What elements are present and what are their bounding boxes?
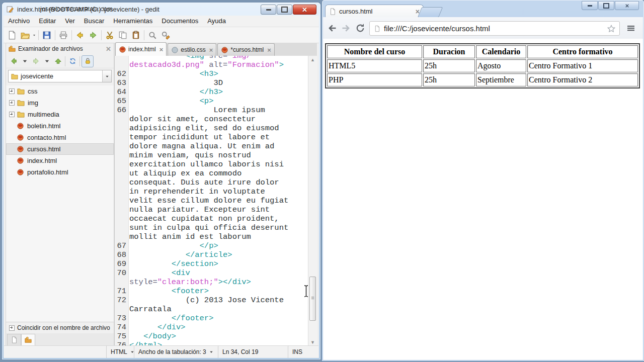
save-button[interactable] [40,29,53,42]
copy-icon [118,31,127,40]
undo-button[interactable] [73,29,87,42]
file-browser-panel-tab[interactable] [21,334,35,345]
forward-arrow-button[interactable] [30,56,41,67]
redo-button[interactable] [87,29,100,42]
browser-close-button[interactable] [615,1,639,10]
file-tree-item-multimedia[interactable]: multimedia [6,109,114,120]
code-lines: <img src="img/destacado3d.png" alt="Form… [129,56,308,346]
language-selector[interactable]: HTML [106,346,134,358]
new-document-button[interactable] [6,29,19,42]
menu-herramientas[interactable]: Herramientas [109,16,157,27]
location-label: josevicente [21,72,53,80]
editor-tab-estilo-css[interactable]: estilo.css× [168,43,216,56]
menu-archivo[interactable]: Archivo [4,16,34,27]
tab-close-icon[interactable]: × [159,46,164,53]
browser-menu-button[interactable] [623,22,639,34]
reload-button[interactable] [354,22,366,34]
open-dropdown-button[interactable] [32,29,37,42]
tab-close-icon[interactable]: × [267,47,271,53]
url-text[interactable]: file:///C:/josevicente/cursos.html [384,24,603,33]
folder-icon [17,87,25,95]
caret-down-button[interactable] [19,56,30,67]
gedit-titlebar[interactable]: index.html (BOOTCAMP (C:) \josevicente) … [2,3,320,16]
menu-documentos[interactable]: Documentos [157,16,203,27]
scroll-up-icon[interactable]: ▲ [309,56,316,63]
gedit-close-button[interactable]: ✕ [293,5,316,15]
expander-icon[interactable] [9,88,15,94]
panel-close-icon[interactable]: ✕ [106,45,111,53]
code-line: mollit anim id est laborum [129,232,308,241]
browser-minimize-button[interactable] [582,1,598,10]
undo-icon [75,31,85,40]
browser-tab[interactable]: cursos.html × [325,5,424,18]
gedit-maximize-button[interactable] [277,5,292,15]
refresh-button[interactable] [67,56,78,67]
code-line: consequat. Duis aute irure dolor [129,178,308,187]
menu-ayuda[interactable]: Ayuda [203,16,230,27]
file-tree-item-boletin-html[interactable]: boletin.html [6,120,114,132]
file-tree-item-contacto-html[interactable]: contacto.html [6,132,114,143]
gedit-minimize-button[interactable] [261,5,276,15]
documents-panel-tab[interactable] [7,334,21,345]
print-button[interactable] [57,29,70,42]
code-line: Carratala [129,305,308,314]
file-tree-item-css[interactable]: css [6,85,114,97]
lock-button[interactable] [82,55,94,67]
chevron-down-icon [209,350,213,354]
file-tree-label: cursos.html [27,145,60,153]
scroll-down-icon[interactable]: ▼ [309,338,316,346]
location-combobox[interactable]: josevicente [8,70,112,82]
replace-button[interactable] [159,29,172,42]
forward-button[interactable] [340,22,352,34]
editor-tab-label: index.html [128,46,156,53]
paste-button[interactable] [129,29,142,42]
menu-ver[interactable]: Ver [60,16,79,27]
file-tree-item-cursos-html[interactable]: cursos.html [6,143,114,155]
code-view[interactable]: 626364656667686970717273747576 <img src=… [114,56,317,346]
caret-down-button[interactable] [41,56,52,67]
editor-tab-cursos-html[interactable]: *cursos.html× [217,43,275,56]
file-tree-label: index.html [27,157,57,164]
code-line: dolor sit amet, consectetur [129,115,308,124]
panel-mode-tabs [6,333,114,345]
page-favicon-icon [329,8,336,15]
cut-button[interactable] [103,29,116,42]
html-file-icon [17,168,24,176]
close-icon [624,3,630,9]
code-line: (c) 2013 Jose Vicente [129,296,308,305]
tab-width-selector[interactable]: Ancho de la tabulación: 3 [134,346,218,358]
new-document-icon [8,31,17,40]
menu-buscar[interactable]: Buscar [79,16,109,27]
save-icon [42,31,51,40]
copy-button[interactable] [116,29,129,42]
scrollbar-thumb[interactable] [309,277,316,321]
file-tree-item-img[interactable]: img [6,97,114,109]
combobox-dropdown-button[interactable] [102,70,111,82]
back-arrow-button[interactable] [8,56,19,67]
watermark-text: josevicentecarratala.com [40,5,113,13]
tab-close-icon[interactable]: × [209,47,213,53]
code-line: </body> [129,332,308,341]
editor-scrollbar[interactable]: ▲ ▼ [308,56,317,346]
file-tree-item-portafolio-html[interactable]: portafolio.html [6,166,114,178]
expander-icon[interactable] [9,112,15,117]
expander-icon[interactable] [9,325,15,331]
back-button[interactable] [326,22,338,34]
file-tree-item-index-html[interactable]: index.html [6,155,114,166]
table-row: PHP25hSeptiembreCentro Formativo 2 [327,73,638,86]
bookmark-star-icon[interactable] [607,25,615,33]
expander-icon[interactable] [9,100,15,106]
file-tree: cssimgmultimediaboletin.htmlcontacto.htm… [6,85,114,322]
up-arrow-button[interactable] [52,56,63,67]
browser-maximize-button[interactable] [598,1,614,10]
address-bar[interactable]: file:///C:/josevicente/cursos.html [369,21,620,36]
table-header-cell: Nombre del curso [327,45,422,58]
table-header-row: Nombre del cursoDuracionCalendarioCentro… [327,45,638,58]
new-tab-button[interactable] [418,7,443,18]
open-folder-button[interactable] [19,29,32,42]
editor-tab-index-html[interactable]: index.html× [115,42,167,56]
menu-editar[interactable]: Editar [34,16,60,27]
match-filename-row[interactable]: Coincidir con el nombre de archivo [6,322,114,333]
maximize-icon [281,7,288,13]
find-button[interactable] [146,29,159,42]
